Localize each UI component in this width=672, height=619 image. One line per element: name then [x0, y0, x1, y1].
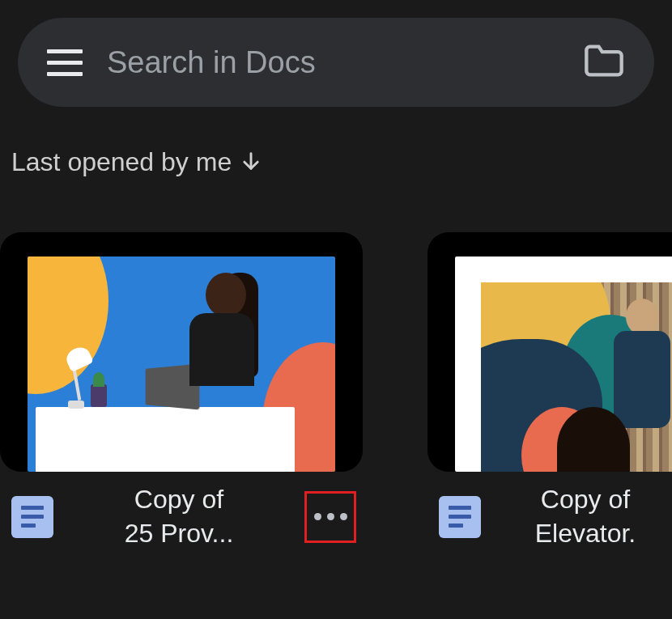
document-thumbnail[interactable] [0, 232, 363, 472]
sort-label: Last opened by me [11, 147, 232, 177]
document-title: Copy of Elevator. [499, 483, 672, 550]
document-grid: Copy of 25 Prov... [0, 232, 672, 550]
search-input[interactable]: Search in Docs [107, 45, 559, 80]
menu-icon[interactable] [47, 45, 83, 80]
document-thumbnail[interactable] [427, 232, 672, 472]
document-title: Copy of 25 Prov... [71, 483, 287, 550]
sort-selector[interactable]: Last opened by me [11, 147, 661, 177]
document-card[interactable]: Copy of 25 Prov... [0, 232, 363, 550]
docs-file-icon [11, 496, 53, 538]
more-options-button[interactable] [304, 491, 356, 543]
arrow-down-icon [240, 150, 262, 176]
docs-file-icon [439, 496, 481, 538]
folder-icon[interactable] [583, 43, 625, 82]
search-bar[interactable]: Search in Docs [18, 18, 654, 107]
document-card[interactable]: Copy of Elevator. [427, 232, 672, 550]
